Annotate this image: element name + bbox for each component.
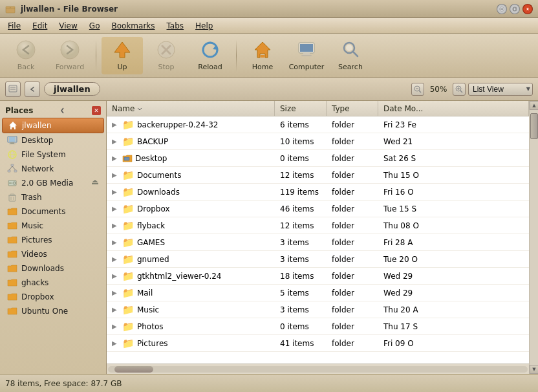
table-row[interactable]: ▶ 📁 Documents 12 items folder Thu 15 O: [107, 167, 529, 184]
sidebar-item-ubuntuone[interactable]: Ubuntu One: [2, 304, 104, 318]
table-row[interactable]: ▶ 📁 gnumed 3 items folder Tue 20 O: [107, 251, 529, 268]
up-button[interactable]: Up: [102, 37, 143, 74]
folder-icon: 📁: [122, 254, 134, 265]
sort-arrow-icon: [137, 106, 142, 111]
cell-name: ▶ 📁 flyback: [107, 220, 275, 232]
h-scroll-thumb[interactable]: [114, 366, 153, 373]
sidebar-item-pictures[interactable]: Pictures: [2, 233, 104, 247]
breadcrumb[interactable]: jlwallen: [44, 82, 100, 96]
sidebar-collapse-icon[interactable]: [60, 107, 65, 114]
zoom-controls: 50% List View Icon View Compact View ▼: [411, 83, 533, 96]
cell-date: Fri 16 O: [378, 188, 529, 197]
sidebar-item-desktop[interactable]: Desktop: [2, 133, 104, 147]
table-row[interactable]: ▶ 📁 flyback 12 items folder Thu 08 O: [107, 217, 529, 234]
sidebar-item-filesystem[interactable]: File System: [2, 147, 104, 162]
sidebar-item-dropbox[interactable]: Dropbox: [2, 290, 104, 304]
cell-date: Wed 29: [378, 272, 529, 281]
back-button[interactable]: Back: [5, 37, 47, 74]
cell-name: ▶ 📁 Photos: [107, 321, 275, 332]
app-icon: [5, 4, 16, 14]
cell-size: 12 items: [275, 171, 327, 180]
horizontal-scrollbar[interactable]: [107, 364, 529, 374]
stop-label: Stop: [158, 63, 174, 71]
cell-type: folder: [327, 204, 378, 213]
table-row[interactable]: ▶ 📁 Photos 0 items folder Thu 17 S: [107, 318, 529, 335]
table-row[interactable]: ▶ Desktop 0 items folder Sat 26 S: [107, 150, 529, 167]
table-row[interactable]: ▶ 📁 backerupper-0.24-32 6 items folder F…: [107, 116, 529, 133]
filesystem-icon: [7, 149, 17, 160]
close-button[interactable]: [522, 4, 533, 14]
folder-icon: 📁: [122, 304, 134, 316]
menu-bookmarks[interactable]: Bookmarks: [106, 20, 160, 32]
col-header-size[interactable]: Size: [275, 101, 327, 116]
menu-edit[interactable]: Edit: [27, 20, 52, 32]
sidebar-item-music[interactable]: Music: [2, 219, 104, 233]
expand-arrow[interactable]: ▶: [112, 323, 120, 330]
folder-icon: 📁: [122, 119, 134, 131]
v-scroll-track: [530, 110, 538, 365]
minimize-button[interactable]: [497, 4, 507, 14]
expand-arrow[interactable]: ▶: [112, 188, 120, 195]
menu-tabs[interactable]: Tabs: [162, 20, 189, 32]
breadcrumb-back-button[interactable]: [25, 82, 40, 97]
zoom-out-button[interactable]: [411, 83, 424, 96]
expand-arrow[interactable]: ▶: [112, 256, 120, 263]
menu-go[interactable]: Go: [84, 20, 105, 32]
cell-name: ▶ Desktop: [107, 153, 275, 164]
expand-arrow[interactable]: ▶: [112, 155, 120, 162]
expand-arrow[interactable]: ▶: [112, 171, 120, 179]
maximize-button[interactable]: [510, 4, 520, 14]
expand-arrow[interactable]: ▶: [112, 340, 120, 347]
expand-arrow[interactable]: ▶: [112, 138, 120, 145]
expand-arrow[interactable]: ▶: [112, 239, 120, 246]
computer-button[interactable]: Computer: [286, 37, 327, 74]
cell-size: 3 items: [275, 238, 327, 247]
expand-arrow[interactable]: ▶: [112, 289, 120, 296]
edit-bookmarks-button[interactable]: [5, 82, 21, 97]
table-row[interactable]: ▶ 📁 GAMES 3 items folder Fri 28 A: [107, 234, 529, 251]
menu-help[interactable]: Help: [190, 20, 218, 32]
search-button[interactable]: Search: [330, 37, 371, 74]
stop-button[interactable]: Stop: [145, 37, 187, 74]
forward-button[interactable]: Forward: [49, 37, 91, 74]
sidebar-item-videos[interactable]: Videos: [2, 247, 104, 261]
sidebar-item-downloads[interactable]: Downloads: [2, 261, 104, 276]
sidebar-item-trash[interactable]: Trash: [2, 190, 104, 204]
col-header-date[interactable]: Date Mo...: [378, 101, 529, 116]
table-row[interactable]: ▶ 📁 BACKUP 10 items folder Wed 21: [107, 133, 529, 150]
home-button[interactable]: Home: [242, 37, 283, 74]
table-row[interactable]: ▶ 📁 Downloads 119 items folder Fri 16 O: [107, 184, 529, 201]
svg-rect-14: [300, 44, 313, 52]
sidebar-item-media[interactable]: 2.0 GB Media: [2, 176, 104, 190]
expand-arrow[interactable]: ▶: [112, 222, 120, 229]
expand-arrow[interactable]: ▶: [112, 306, 120, 313]
table-row[interactable]: ▶ 📁 gtkhtml2_viewer-0.24 18 items folder…: [107, 268, 529, 285]
menu-view[interactable]: View: [54, 20, 82, 32]
table-row[interactable]: ▶ 📁 Pictures 41 items folder Fri 09 O: [107, 335, 529, 352]
svg-rect-39: [14, 170, 17, 172]
expand-arrow[interactable]: ▶: [112, 272, 120, 279]
sidebar-item-network[interactable]: Network: [2, 162, 104, 176]
file-list-header: Name Size Type Date Mo...: [107, 101, 529, 116]
sidebar-item-ghacks[interactable]: ghacks: [2, 276, 104, 290]
expand-arrow[interactable]: ▶: [112, 205, 120, 212]
pictures-folder-icon: [7, 235, 17, 245]
sidebar-item-jlwallen[interactable]: jlwallen: [2, 118, 104, 133]
reload-button[interactable]: Reload: [189, 37, 231, 74]
scroll-down-button[interactable]: ▼: [530, 365, 538, 374]
table-row[interactable]: ▶ 📁 Dropbox 46 items folder Tue 15 S: [107, 201, 529, 217]
menu-file[interactable]: File: [3, 20, 26, 32]
table-row[interactable]: ▶ 📁 Music 3 items folder Thu 20 A: [107, 301, 529, 318]
view-mode-select[interactable]: List View Icon View Compact View: [468, 83, 533, 96]
zoom-in-button[interactable]: [453, 83, 466, 96]
cell-name: ▶ 📁 Downloads: [107, 186, 275, 198]
expand-arrow[interactable]: ▶: [112, 121, 120, 128]
sidebar-close-button[interactable]: ✕: [92, 106, 101, 115]
v-scroll-thumb[interactable]: [530, 113, 538, 139]
scroll-up-button[interactable]: ▲: [530, 101, 538, 110]
cell-name: ▶ 📁 Dropbox: [107, 203, 275, 215]
col-header-type[interactable]: Type: [327, 101, 378, 116]
col-header-name[interactable]: Name: [107, 101, 275, 116]
table-row[interactable]: ▶ 📁 Mail 5 items folder Wed 29: [107, 285, 529, 301]
sidebar-item-documents[interactable]: Documents: [2, 204, 104, 219]
